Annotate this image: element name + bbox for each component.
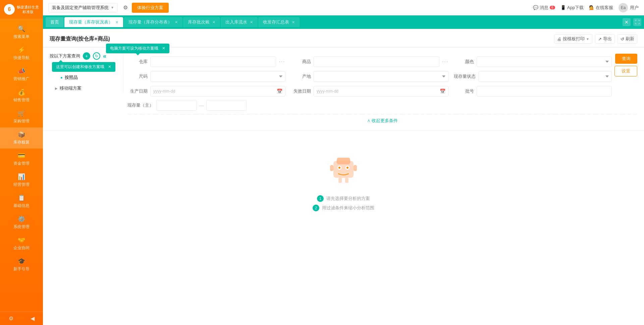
filter-grid-row2: 尺码 产地 bbox=[127, 67, 612, 82]
scheme-node-item[interactable]: ● 按照品 bbox=[60, 73, 119, 82]
expiry-date-calendar-icon[interactable]: 📅 bbox=[440, 89, 445, 94]
warehouse-label: 仓库 bbox=[127, 59, 148, 65]
origin-select[interactable] bbox=[314, 71, 449, 82]
tab-batch-ledger[interactable]: 库存批次账 ✕ bbox=[183, 17, 220, 27]
settings-bottom-btn[interactable]: ⚙ bbox=[9, 315, 13, 322]
reset-button[interactable]: 设置 bbox=[614, 66, 637, 76]
search-icon: 🔍 bbox=[18, 25, 25, 33]
warehouse-input[interactable] bbox=[150, 56, 276, 67]
app-download-btn[interactable]: 📱 App下载 bbox=[560, 5, 584, 11]
goods-dots-btn[interactable]: ··· bbox=[442, 59, 448, 65]
filter-action-col: 查询 设置 bbox=[614, 52, 637, 111]
system-selector[interactable]: 装备及固定资产辅助管理系统 ▼ bbox=[48, 3, 118, 12]
tab-receive-summary[interactable]: 收发存汇总表 ✕ bbox=[258, 17, 300, 27]
tab-close-all-btn[interactable]: ✕ bbox=[623, 18, 631, 26]
guide-icon: 🎓 bbox=[18, 258, 25, 265]
search-button[interactable]: 查询 bbox=[615, 54, 637, 64]
export-btn[interactable]: ↗ 导出 bbox=[595, 34, 615, 44]
expiry-date-label: 失效日期 bbox=[291, 88, 311, 94]
filter-row-color: 颜色 bbox=[454, 56, 612, 67]
sidebar-item-purchase[interactable]: 🛒 采购管理 bbox=[0, 106, 43, 127]
base-icon: 📋 bbox=[18, 194, 25, 202]
filter-row-goods: 商品 ··· bbox=[291, 56, 449, 67]
avatar: Ea bbox=[619, 3, 628, 12]
tab-close-inventory-dist[interactable]: ✕ bbox=[175, 20, 178, 24]
scheme-node-mobile[interactable]: ▶ 移动端方案 bbox=[55, 84, 119, 93]
goods-label: 商品 bbox=[291, 59, 311, 65]
size-select[interactable] bbox=[150, 71, 285, 82]
tab-close-batch-ledger[interactable]: ✕ bbox=[212, 20, 215, 24]
prod-date-calendar-icon[interactable]: 📅 bbox=[277, 89, 282, 94]
filter-row-prod-date: 生产日期 yyyy-mm-dd 📅 bbox=[127, 86, 285, 97]
scheme-sub-desktop: ● 按照品 bbox=[55, 73, 119, 82]
svg-rect-6 bbox=[330, 165, 333, 171]
message-icon: 💬 bbox=[533, 5, 538, 10]
print-btn[interactable]: 🖨 按模板打印 ▼ bbox=[554, 34, 592, 44]
tab-close-receive-summary[interactable]: ✕ bbox=[292, 20, 295, 24]
collapse-sidebar-btn[interactable]: ◀ bbox=[31, 315, 35, 322]
tab-inventory-status[interactable]: 现存量（库存状况表） ✕ bbox=[64, 17, 123, 27]
sidebar-item-quick[interactable]: ⚡ 快捷导航 bbox=[0, 43, 43, 64]
tab-bar-actions: ✕ ⛶ bbox=[623, 18, 641, 26]
filter-row-stock-qty: 现存量（主） — bbox=[127, 97, 612, 111]
sidebar-item-guide[interactable]: 🎓 新手引导 bbox=[0, 254, 43, 275]
sidebar-item-finance[interactable]: 💳 资金管理 bbox=[0, 149, 43, 170]
stock-qty-label: 现存量（主） bbox=[127, 102, 154, 108]
trial-button[interactable]: 体验行业方案 bbox=[132, 3, 169, 13]
page-content: 现存量查询(按仓库+商品) 🖨 按模板打印 ▼ ↗ 导出 ↺ 刷新 bbox=[43, 29, 644, 325]
messages-btn[interactable]: 💬 消息 6 bbox=[533, 5, 555, 11]
sidebar-item-operations[interactable]: 📊 经营管理 bbox=[0, 170, 43, 191]
tab-fullscreen-btn[interactable]: ⛶ bbox=[633, 18, 641, 26]
tab-close-inout-flow[interactable]: ✕ bbox=[250, 20, 253, 24]
stock-status-select[interactable] bbox=[478, 71, 612, 82]
page-actions: 🖨 按模板打印 ▼ ↗ 导出 ↺ 刷新 bbox=[554, 34, 637, 44]
top-header: 装备及固定资产辅助管理系统 ▼ ⚙ 体验行业方案 💬 消息 6 📱 App下载 … bbox=[43, 0, 644, 15]
finance-icon: 💳 bbox=[18, 152, 25, 159]
sidebar-item-enterprise[interactable]: 🤝 企业协同 bbox=[0, 233, 43, 254]
user-info[interactable]: Ea 用户 bbox=[619, 3, 639, 12]
sidebar-item-system[interactable]: ⚙️ 系统管理 bbox=[0, 212, 43, 233]
origin-label: 产地 bbox=[291, 73, 311, 79]
empty-step1: 1 请先选择要分析的方案 bbox=[317, 195, 370, 202]
svg-rect-9 bbox=[345, 178, 348, 183]
filter-row-stock-status: 现存量状态 bbox=[454, 71, 612, 82]
tab-close-inventory-status[interactable]: ✕ bbox=[115, 20, 118, 24]
sidebar-item-search[interactable]: 🔍 搜索菜单 bbox=[0, 22, 43, 43]
enterprise-icon: 🤝 bbox=[18, 236, 25, 244]
scheme-expand-mobile-icon: ▶ bbox=[55, 87, 58, 90]
sidebar-item-sales[interactable]: 💰 销售管理 bbox=[0, 85, 43, 106]
empty-illustration bbox=[327, 151, 360, 190]
warehouse-dots-btn[interactable]: ··· bbox=[279, 59, 285, 65]
sidebar-item-inventory[interactable]: 📦 库存核算 bbox=[0, 127, 43, 149]
filter-cycle-btn[interactable]: ↻ bbox=[93, 52, 100, 60]
expiry-date-input[interactable]: yyyy-mm-dd 📅 bbox=[314, 86, 449, 97]
tooltip2-close-btn[interactable]: ✕ bbox=[108, 64, 111, 69]
stock-status-label: 现存量状态 bbox=[454, 73, 476, 79]
batch-no-input[interactable] bbox=[477, 86, 612, 97]
filter-row-origin: 产地 bbox=[291, 71, 449, 82]
size-label: 尺码 bbox=[127, 73, 148, 79]
filter-grid-row3: 生产日期 yyyy-mm-dd 📅 失效日期 bbox=[127, 82, 612, 97]
stock-qty-min-input[interactable] bbox=[156, 100, 197, 111]
collapse-conditions-btn[interactable]: ∧ 收起更多条件 bbox=[127, 114, 637, 126]
filter-left-arrow-btn[interactable]: « bbox=[103, 53, 106, 60]
color-select[interactable] bbox=[477, 56, 612, 67]
tab-inout-flow[interactable]: 出入库流水 ✕ bbox=[221, 17, 258, 27]
settings-gear-btn[interactable]: ⚙ bbox=[123, 4, 128, 11]
prod-date-input[interactable]: yyyy-mm-dd 📅 bbox=[150, 86, 285, 97]
tab-inventory-dist[interactable]: 现存量（库存分布表） ✕ bbox=[124, 17, 182, 27]
support-icon: 💁 bbox=[589, 5, 594, 10]
prod-date-placeholder: yyyy-mm-dd bbox=[153, 89, 175, 94]
filter-add-scheme-btn[interactable]: + bbox=[83, 52, 90, 60]
sidebar-item-base[interactable]: 📋 基础信息 bbox=[0, 191, 43, 212]
refresh-btn[interactable]: ↺ 刷新 bbox=[618, 34, 637, 44]
tab-home[interactable]: 首页 bbox=[46, 17, 64, 27]
sidebar-item-marketing[interactable]: 📣 营销推广 bbox=[0, 64, 43, 85]
tooltip1-close-btn[interactable]: ✕ bbox=[162, 46, 165, 51]
online-support-btn[interactable]: 💁 在线客服 bbox=[589, 5, 613, 11]
purchase-icon: 🛒 bbox=[18, 110, 25, 117]
stock-qty-max-input[interactable] bbox=[206, 100, 247, 111]
system-icon: ⚙️ bbox=[18, 215, 25, 223]
page-title: 现存量查询(按仓库+商品) bbox=[50, 36, 110, 43]
goods-input[interactable] bbox=[314, 56, 439, 67]
